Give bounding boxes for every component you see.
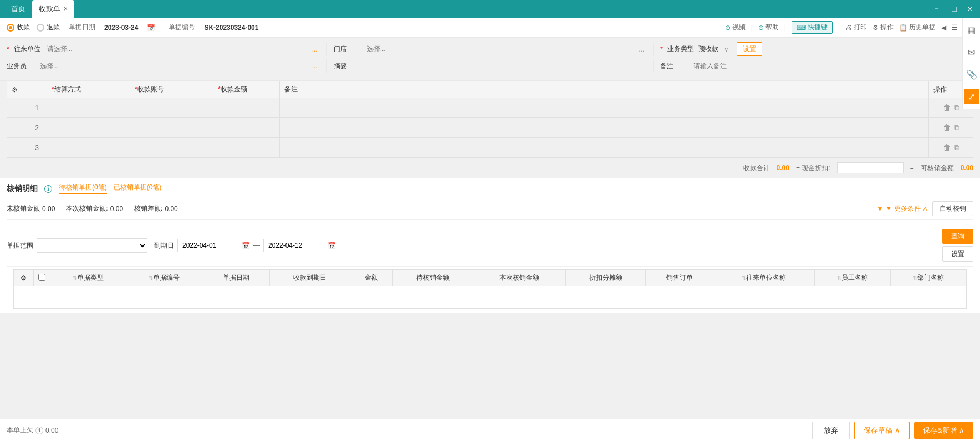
- table-row: 1 🗑 ⧉: [7, 98, 973, 118]
- staff-more[interactable]: ...: [310, 62, 320, 70]
- row3-copy-icon[interactable]: ⧉: [954, 143, 959, 152]
- tab-receipt-close[interactable]: ×: [64, 5, 68, 13]
- date-to-input[interactable]: [263, 239, 324, 252]
- maximize-button[interactable]: □: [948, 4, 959, 13]
- settings-button[interactable]: 设置: [737, 42, 762, 56]
- date-icon[interactable]: 📅: [147, 24, 155, 32]
- discount-input[interactable]: [837, 162, 904, 173]
- query-button[interactable]: 查询: [942, 229, 973, 244]
- range-select[interactable]: [37, 238, 147, 253]
- date-to-calendar-icon[interactable]: 📅: [328, 242, 336, 249]
- date-from-calendar-icon[interactable]: 📅: [242, 242, 250, 249]
- row1-copy-icon[interactable]: ⧉: [954, 103, 959, 112]
- row3-account[interactable]: [130, 138, 213, 158]
- sort-icon[interactable]: ⇅: [149, 275, 153, 281]
- row2-settlement[interactable]: [47, 118, 130, 138]
- discount-label: + 现金折扣:: [796, 163, 830, 173]
- row3-action: 🗑 ⧉: [929, 138, 973, 158]
- row2-delete-icon[interactable]: 🗑: [943, 123, 951, 132]
- verify-tab-pending[interactable]: 待核销单据(0笔): [59, 183, 107, 194]
- current-verify-label: 本次核销金额:: [66, 204, 108, 213]
- th-remark: 备注: [280, 81, 929, 98]
- row3-settlement[interactable]: [47, 138, 130, 158]
- video-action[interactable]: ⊙ 视频: [725, 23, 746, 32]
- print-action[interactable]: 🖨 打印: [845, 23, 867, 32]
- row1-delete-icon[interactable]: 🗑: [943, 103, 951, 112]
- sidebar-expand-icon[interactable]: ⤢: [964, 89, 979, 104]
- layout-list-icon[interactable]: ☰: [952, 24, 958, 32]
- sidebar-mail-icon[interactable]: ✉: [964, 44, 979, 60]
- prev-icon[interactable]: ◀: [941, 24, 946, 32]
- print-icon: 🖨: [845, 24, 852, 32]
- more-filter-button[interactable]: ▼ ▼ 更多条件 ∧: [877, 204, 928, 213]
- history-label: 历史单据: [909, 23, 936, 32]
- row2-remark[interactable]: [280, 118, 929, 138]
- verify-right-actions: ▼ ▼ 更多条件 ∧ 自动核销: [877, 201, 973, 216]
- row3-remark[interactable]: [280, 138, 929, 158]
- bth-checkbox[interactable]: [34, 270, 50, 286]
- verify-tab-done[interactable]: 已核销单据(0笔): [114, 183, 162, 194]
- diff-value: 0.00: [165, 205, 177, 213]
- counterparty-more[interactable]: ...: [310, 45, 320, 53]
- bth-date: 单据日期: [202, 270, 270, 286]
- radio-tuikuan[interactable]: 退款: [37, 23, 60, 32]
- sort-icon[interactable]: ⇅: [73, 275, 77, 281]
- unverified-label: 未核销金额: [7, 204, 40, 213]
- row1-remark[interactable]: [280, 98, 929, 118]
- store-input[interactable]: [365, 44, 634, 54]
- summary-input[interactable]: [365, 61, 647, 71]
- row2-amount[interactable]: [213, 118, 280, 138]
- right-sidebar: ▦ ✉ 📎 ⤢: [962, 18, 980, 109]
- bth-order: 销售订单: [646, 270, 713, 286]
- row3-delete-icon[interactable]: 🗑: [943, 143, 951, 152]
- minimize-button[interactable]: －: [930, 4, 944, 14]
- auto-verify-button[interactable]: 自动核销: [932, 201, 973, 216]
- bth-settings[interactable]: ⚙: [14, 270, 34, 286]
- select-all-checkbox[interactable]: [38, 274, 45, 281]
- staff-input[interactable]: [38, 61, 307, 71]
- shortcut-action[interactable]: ⌨ 快捷键: [792, 21, 833, 34]
- help-action[interactable]: ⊙ 帮助: [758, 23, 779, 32]
- counterparty-label: 往来单位: [14, 44, 42, 54]
- set-button[interactable]: 设置: [942, 246, 973, 262]
- business-type-label: 业务类型: [667, 44, 695, 54]
- remark-input[interactable]: [691, 61, 973, 71]
- store-more[interactable]: ...: [636, 45, 646, 53]
- filter-row: 单据范围 到期日 📅 — 📅 查询 设置: [7, 224, 973, 267]
- date-from-input[interactable]: [177, 239, 238, 252]
- th-settings[interactable]: ⚙: [7, 81, 27, 98]
- sidebar-clip-icon[interactable]: 📎: [964, 66, 979, 82]
- bth-discount: 折扣分摊额: [565, 270, 646, 286]
- row3-amount[interactable]: [213, 138, 280, 158]
- row2-copy-icon[interactable]: ⧉: [954, 123, 959, 132]
- diff-label: 核销差额:: [134, 204, 162, 213]
- tab-receipt[interactable]: 收款单 ×: [32, 0, 74, 18]
- sort-icon[interactable]: ⇅: [913, 275, 917, 281]
- row1-settlement[interactable]: [47, 98, 130, 118]
- row1-num: 1: [27, 98, 47, 118]
- close-button[interactable]: ×: [964, 4, 976, 13]
- range-label: 单据范围: [7, 241, 33, 250]
- verify-info-icon[interactable]: ℹ: [44, 185, 52, 193]
- form-row-1: * 往来单位 ... 门店 ... * 业务类型 预收款 ∨ 设置: [7, 42, 973, 56]
- th-settlement: *结算方式: [47, 81, 130, 98]
- filter-label: ▼ 更多条件 ∧: [885, 204, 928, 213]
- tab-home[interactable]: 首页: [4, 0, 32, 18]
- date-value: 2023-03-24: [104, 24, 138, 32]
- history-action[interactable]: 📋 历史单据: [899, 23, 936, 32]
- row1-account[interactable]: [130, 98, 213, 118]
- radio-shoukuan[interactable]: 收款: [7, 23, 30, 32]
- sort-icon[interactable]: ⇅: [837, 275, 841, 281]
- business-type-arrow[interactable]: ∨: [724, 45, 729, 53]
- counterparty-input[interactable]: [45, 44, 307, 54]
- operation-action[interactable]: ⚙ 操作: [872, 23, 894, 32]
- unverified-value: 0.00: [42, 205, 55, 213]
- row2-account[interactable]: [130, 118, 213, 138]
- radio-shoukuan-dot: [7, 24, 14, 32]
- sort-icon[interactable]: ⇅: [742, 275, 746, 281]
- table-row: 3 🗑 ⧉: [7, 138, 973, 158]
- radio-tuikuan-dot: [37, 24, 44, 32]
- sidebar-table-icon[interactable]: ▦: [964, 22, 979, 38]
- row1-amount[interactable]: [213, 98, 280, 118]
- video-icon: ⊙: [725, 24, 731, 32]
